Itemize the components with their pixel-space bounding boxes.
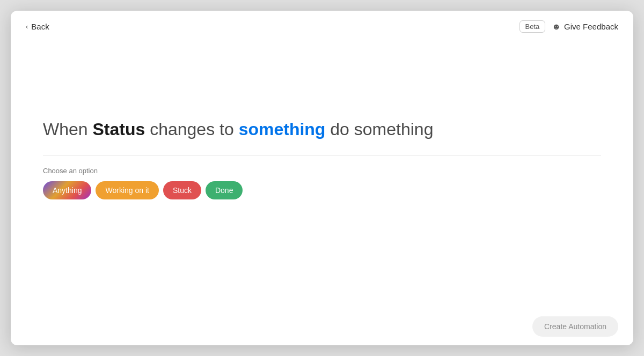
choose-label: Choose an option [43, 167, 601, 175]
option-anything-button[interactable]: Anything [43, 181, 91, 199]
main-window: ‹ Back Beta ☻ Give Feedback When Status … [11, 11, 633, 345]
feedback-label: Give Feedback [564, 22, 618, 31]
beta-badge: Beta [519, 20, 546, 33]
back-button[interactable]: ‹ Back [26, 22, 49, 31]
back-label: Back [31, 22, 49, 31]
option-working-on-it-button[interactable]: Working on it [96, 181, 158, 199]
back-chevron-icon: ‹ [26, 23, 28, 31]
headline-part2: changes to [145, 120, 238, 139]
header-right: Beta ☻ Give Feedback [519, 20, 618, 33]
give-feedback-button[interactable]: ☻ Give Feedback [552, 22, 618, 32]
headline-part3: do something [325, 120, 433, 139]
option-stuck-button[interactable]: Stuck [163, 181, 201, 199]
create-automation-button[interactable]: Create Automation [532, 316, 618, 337]
header: ‹ Back Beta ☻ Give Feedback [11, 11, 633, 42]
option-done-button[interactable]: Done [206, 181, 243, 199]
headline: When Status changes to something do some… [43, 118, 601, 141]
options-row: Anything Working on it Stuck Done [43, 181, 601, 199]
headline-part1: When [43, 120, 92, 139]
footer: Create Automation [11, 308, 633, 345]
headline-something: something [239, 120, 326, 139]
feedback-icon: ☻ [552, 22, 561, 32]
main-content: When Status changes to something do some… [11, 42, 633, 308]
divider [43, 155, 601, 156]
headline-status: Status [92, 120, 145, 139]
